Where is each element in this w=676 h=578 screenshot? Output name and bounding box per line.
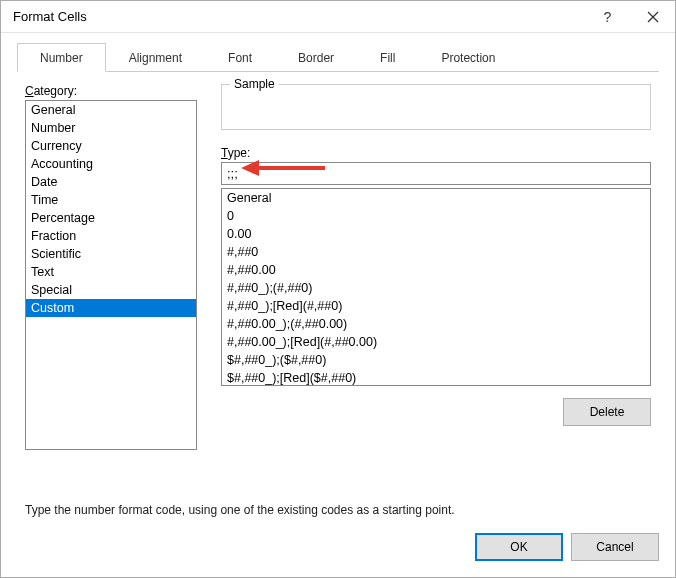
type-input[interactable] <box>221 162 651 185</box>
list-item[interactable]: 0.00 <box>222 225 650 243</box>
type-listbox[interactable]: General00.00#,##0#,##0.00#,##0_);(#,##0)… <box>221 188 651 386</box>
list-item[interactable]: #,##0.00 <box>222 261 650 279</box>
list-item[interactable]: #,##0 <box>222 243 650 261</box>
list-item[interactable]: General <box>222 189 650 207</box>
tab-alignment[interactable]: Alignment <box>106 43 205 72</box>
type-label: Type: <box>221 146 651 160</box>
list-item[interactable]: Number <box>26 119 196 137</box>
category-label: Category: <box>25 84 197 98</box>
list-item[interactable]: Text <box>26 263 196 281</box>
cancel-button[interactable]: Cancel <box>571 533 659 561</box>
tab-number[interactable]: Number <box>17 43 106 72</box>
help-button[interactable]: ? <box>585 1 630 33</box>
dialog-footer: OK Cancel <box>1 517 675 577</box>
sample-frame: Sample <box>221 84 651 130</box>
list-item[interactable]: Time <box>26 191 196 209</box>
dialog-content: NumberAlignmentFontBorderFillProtection … <box>1 33 675 517</box>
close-button[interactable] <box>630 1 675 33</box>
list-item[interactable]: Accounting <box>26 155 196 173</box>
close-icon <box>647 11 659 23</box>
dialog-title: Format Cells <box>13 9 585 24</box>
list-item[interactable]: Special <box>26 281 196 299</box>
sample-label: Sample <box>230 77 279 91</box>
list-item[interactable]: #,##0_);[Red](#,##0) <box>222 297 650 315</box>
list-item[interactable]: General <box>26 101 196 119</box>
tabpanel-number: Category: GeneralNumberCurrencyAccountin… <box>17 72 659 517</box>
ok-button[interactable]: OK <box>475 533 563 561</box>
category-listbox[interactable]: GeneralNumberCurrencyAccountingDateTimeP… <box>25 100 197 450</box>
list-item[interactable]: Percentage <box>26 209 196 227</box>
tabstrip: NumberAlignmentFontBorderFillProtection <box>17 43 659 72</box>
format-cells-dialog: Format Cells ? NumberAlignmentFontBorder… <box>0 0 676 578</box>
list-item[interactable]: #,##0_);(#,##0) <box>222 279 650 297</box>
list-item[interactable]: Currency <box>26 137 196 155</box>
list-item[interactable]: Custom <box>26 299 196 317</box>
list-item[interactable]: #,##0.00_);[Red](#,##0.00) <box>222 333 650 351</box>
list-item[interactable]: 0 <box>222 207 650 225</box>
tab-protection[interactable]: Protection <box>418 43 518 72</box>
list-item[interactable]: $#,##0_);($#,##0) <box>222 351 650 369</box>
tab-fill[interactable]: Fill <box>357 43 418 72</box>
tab-border[interactable]: Border <box>275 43 357 72</box>
list-item[interactable]: Scientific <box>26 245 196 263</box>
tab-font[interactable]: Font <box>205 43 275 72</box>
list-item[interactable]: $#,##0_);[Red]($#,##0) <box>222 369 650 386</box>
delete-button[interactable]: Delete <box>563 398 651 426</box>
hint-text: Type the number format code, using one o… <box>25 503 651 517</box>
list-item[interactable]: #,##0.00_);(#,##0.00) <box>222 315 650 333</box>
list-item[interactable]: Date <box>26 173 196 191</box>
list-item[interactable]: Fraction <box>26 227 196 245</box>
titlebar: Format Cells ? <box>1 1 675 33</box>
